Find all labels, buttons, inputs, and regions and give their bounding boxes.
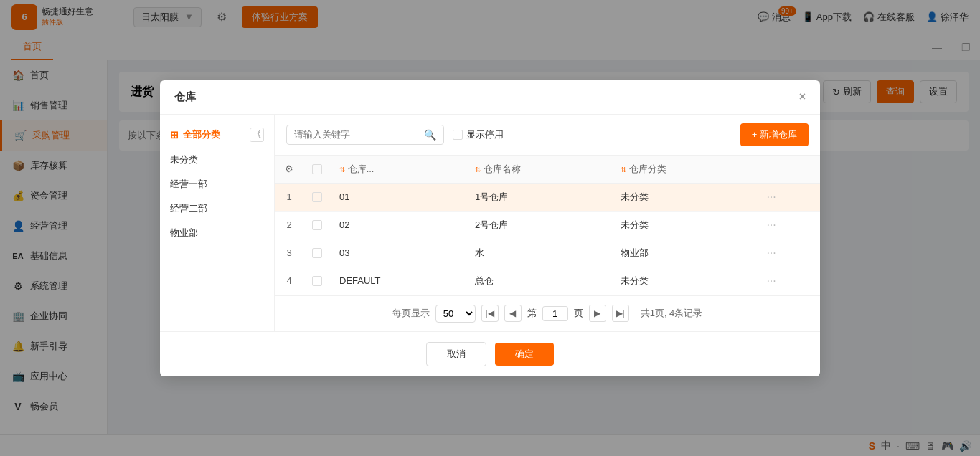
prev-page-button[interactable]: ◀ bbox=[504, 305, 522, 322]
row-more-icon[interactable]: ··· bbox=[766, 219, 776, 231]
confirm-button[interactable]: 确定 bbox=[495, 343, 554, 366]
table-row[interactable]: 2 02 2号仓库 未分类 ··· bbox=[275, 211, 820, 239]
row-more-icon[interactable]: ··· bbox=[766, 275, 776, 287]
row-category: 未分类 bbox=[612, 183, 758, 211]
row-category: 未分类 bbox=[612, 211, 758, 239]
cancel-button[interactable]: 取消 bbox=[426, 342, 486, 366]
row-num: 2 bbox=[275, 211, 303, 239]
row-code: 01 bbox=[331, 183, 466, 211]
row-check-cell bbox=[303, 183, 331, 211]
row-checkbox[interactable] bbox=[312, 192, 322, 202]
table-row[interactable]: 4 DEFAULT 总仓 未分类 ··· bbox=[275, 267, 820, 295]
modal-overlay: 仓库 × ⊞ 全部分类 《 未分类 经营一部 bbox=[0, 0, 980, 456]
sort-icon-code: ⇅ bbox=[339, 166, 345, 174]
sort-icon-category: ⇅ bbox=[621, 166, 626, 174]
col-check-header[interactable] bbox=[303, 156, 331, 184]
row-name: 总仓 bbox=[466, 267, 612, 295]
collapse-categories-button[interactable]: 《 bbox=[250, 128, 264, 142]
row-checkbox[interactable] bbox=[312, 248, 322, 258]
row-check-cell bbox=[303, 267, 331, 295]
modal-title: 仓库 bbox=[174, 90, 196, 104]
row-check-cell bbox=[303, 211, 331, 239]
search-icon: 🔍 bbox=[424, 129, 436, 141]
modal-footer: 取消 确定 bbox=[160, 331, 820, 376]
row-checkbox[interactable] bbox=[312, 220, 322, 230]
row-actions[interactable]: ··· bbox=[758, 267, 820, 295]
category-item-dept2[interactable]: 经营二部 bbox=[160, 196, 274, 221]
search-input[interactable] bbox=[294, 129, 424, 140]
page-suffix: 页 bbox=[574, 307, 583, 320]
categories-panel: ⊞ 全部分类 《 未分类 经营一部 经营二部 物业部 bbox=[160, 115, 275, 331]
select-all-checkbox[interactable] bbox=[312, 164, 322, 174]
row-code: 03 bbox=[331, 239, 466, 267]
row-num: 1 bbox=[275, 183, 303, 211]
row-code: 02 bbox=[331, 211, 466, 239]
row-name: 2号仓库 bbox=[466, 211, 612, 239]
settings-col-icon: ⚙ bbox=[285, 163, 293, 174]
page-label: 第 bbox=[527, 307, 537, 320]
modal-header: 仓库 × bbox=[160, 80, 820, 115]
col-actions-header bbox=[758, 156, 820, 184]
row-check-cell bbox=[303, 239, 331, 267]
all-categories-header[interactable]: ⊞ 全部分类 《 bbox=[160, 122, 274, 148]
search-input-wrap: 🔍 bbox=[286, 125, 444, 145]
row-code: DEFAULT bbox=[331, 267, 466, 295]
category-item-property[interactable]: 物业部 bbox=[160, 221, 274, 245]
table-row[interactable]: 3 03 水 物业部 ··· bbox=[275, 239, 820, 267]
show-disabled-text: 显示停用 bbox=[466, 128, 504, 141]
table-panel: 🔍 显示停用 + 新增仓库 ⚙ bbox=[275, 115, 820, 331]
per-page-label: 每页显示 bbox=[392, 307, 430, 320]
warehouse-modal: 仓库 × ⊞ 全部分类 《 未分类 经营一部 bbox=[160, 80, 820, 376]
table-row[interactable]: 1 01 1号仓库 未分类 ··· bbox=[275, 183, 820, 211]
row-num: 3 bbox=[275, 239, 303, 267]
sort-icon-name: ⇅ bbox=[475, 166, 481, 174]
row-num: 4 bbox=[275, 267, 303, 295]
page-input[interactable] bbox=[542, 306, 568, 321]
col-category-header: ⇅ 仓库分类 bbox=[612, 156, 758, 184]
all-categories-label: 全部分类 bbox=[183, 128, 220, 141]
grid-icon: ⊞ bbox=[170, 129, 179, 141]
row-actions[interactable]: ··· bbox=[758, 211, 820, 239]
row-name: 水 bbox=[466, 239, 612, 267]
next-page-button[interactable]: ▶ bbox=[589, 305, 606, 322]
row-category: 未分类 bbox=[612, 267, 758, 295]
col-settings-header[interactable]: ⚙ bbox=[275, 156, 303, 184]
warehouse-table: ⚙ ⇅ 仓库... ⇅ bbox=[275, 156, 820, 295]
row-checkbox[interactable] bbox=[312, 276, 322, 286]
category-item-uncategorized[interactable]: 未分类 bbox=[160, 148, 274, 172]
row-category: 物业部 bbox=[612, 239, 758, 267]
row-more-icon[interactable]: ··· bbox=[766, 191, 776, 203]
pagination: 每页显示 50 10 20 100 |◀ ◀ 第 页 ▶ ▶| 共1页, 4条记… bbox=[275, 295, 820, 331]
modal-body: ⊞ 全部分类 《 未分类 经营一部 经营二部 物业部 bbox=[160, 115, 820, 331]
show-disabled-checkbox-label[interactable]: 显示停用 bbox=[453, 128, 504, 141]
last-page-button[interactable]: ▶| bbox=[612, 305, 629, 322]
row-actions[interactable]: ··· bbox=[758, 183, 820, 211]
col-name-header: ⇅ 仓库名称 bbox=[466, 156, 612, 184]
modal-close-button[interactable]: × bbox=[799, 90, 806, 103]
show-disabled-checkbox[interactable] bbox=[453, 130, 463, 140]
per-page-select[interactable]: 50 10 20 100 bbox=[435, 305, 476, 323]
col-code-header: ⇅ 仓库... bbox=[331, 156, 466, 184]
row-name: 1号仓库 bbox=[466, 183, 612, 211]
row-actions[interactable]: ··· bbox=[758, 239, 820, 267]
search-bar: 🔍 显示停用 + 新增仓库 bbox=[275, 115, 820, 156]
category-item-dept1[interactable]: 经营一部 bbox=[160, 172, 274, 196]
row-more-icon[interactable]: ··· bbox=[766, 247, 776, 259]
first-page-button[interactable]: |◀ bbox=[481, 305, 499, 322]
add-warehouse-button[interactable]: + 新增仓库 bbox=[740, 123, 809, 146]
total-info: 共1页, 4条记录 bbox=[641, 307, 703, 320]
